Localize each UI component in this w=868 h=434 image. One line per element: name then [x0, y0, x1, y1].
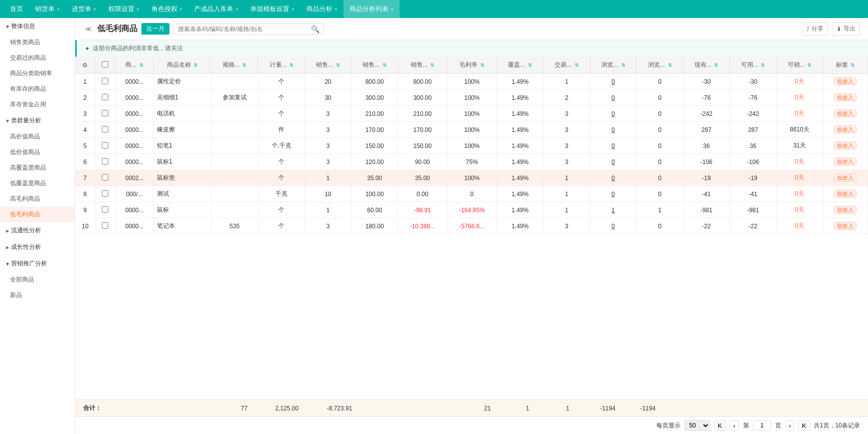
export-button[interactable]: ⬇ 导出	[832, 22, 860, 36]
cell-checkbox[interactable]	[95, 186, 115, 202]
sidebar-item-stocked-goods[interactable]: 有库存的商品	[0, 81, 75, 97]
row-checkbox[interactable]	[102, 94, 108, 100]
row-checkbox[interactable]	[102, 78, 108, 84]
sidebar-item-sales-goods[interactable]: 销售类商品	[0, 35, 75, 50]
table-row: 8 000/... 测试 千克 10 100.00 0.00 0 1.49% 1…	[75, 186, 868, 202]
row-checkbox[interactable]	[102, 174, 108, 181]
cell-views1[interactable]: 0	[590, 138, 637, 154]
nav-template-settings[interactable]: 单据模板设置 ×	[244, 0, 300, 18]
cell-views1[interactable]: 0	[590, 218, 637, 234]
sidebar-item-high-value[interactable]: 高价值商品	[0, 129, 75, 144]
sidebar-section-marketing[interactable]: ▾ 营销推广分析	[0, 255, 75, 272]
cell-views1[interactable]: 0	[590, 154, 637, 170]
col-sales-price[interactable]: 销售... ⇅	[352, 57, 398, 74]
cell-checkbox[interactable]	[95, 90, 115, 106]
sidebar-item-traded-goods[interactable]: 交易过的商品	[0, 50, 75, 66]
close-icon[interactable]: ×	[57, 7, 60, 12]
nav-purchase-order[interactable]: 进货单 ×	[66, 0, 102, 18]
close-icon[interactable]: ×	[93, 7, 96, 12]
share-button[interactable]: ⤴ 分享	[802, 22, 828, 36]
cell-views1[interactable]: 0	[590, 90, 637, 106]
cell-checkbox[interactable]	[95, 138, 115, 154]
page-header: ≪ 低毛利商品 近一月 🔍 ⤴ 分享 ⬇ 导出	[75, 18, 868, 40]
close-icon[interactable]: ×	[334, 7, 337, 12]
col-transaction[interactable]: 交易... ⇅	[544, 57, 590, 74]
col-sales-profit[interactable]: 销售... ⇅	[398, 57, 447, 74]
nav-product-analysis[interactable]: 商品分析 ×	[300, 0, 343, 18]
close-icon[interactable]: ×	[291, 7, 294, 12]
cell-checkbox[interactable]	[95, 170, 115, 186]
row-checkbox[interactable]	[102, 190, 108, 197]
per-page-select[interactable]: 50 100 200	[684, 420, 710, 431]
col-views2[interactable]: 浏览... ⇅	[636, 57, 683, 74]
page-last-button[interactable]: K	[798, 420, 810, 431]
cell-num: 5	[75, 138, 95, 154]
page-next-button[interactable]: ›	[785, 420, 794, 431]
cell-views1[interactable]: 0	[590, 186, 637, 202]
cell-views1[interactable]: 0	[590, 170, 637, 186]
cell-checkbox[interactable]	[95, 74, 115, 90]
row-checkbox[interactable]	[102, 142, 108, 149]
cell-checkbox[interactable]	[95, 154, 115, 170]
nav-product-analysis-list[interactable]: 商品分析列表 ×	[343, 0, 400, 18]
col-code[interactable]: 商... ⇅	[115, 57, 154, 74]
sidebar-item-all-goods[interactable]: 全部商品	[0, 272, 75, 287]
cell-views1[interactable]: 1	[590, 202, 637, 218]
nav-product-instock[interactable]: 产成品入库单 ×	[188, 0, 244, 18]
cell-views1[interactable]: 0	[590, 74, 637, 90]
nav-home[interactable]: 首页	[4, 0, 29, 18]
sidebar-item-high-margin[interactable]: 高毛利商品	[0, 191, 75, 207]
col-unit[interactable]: 计量... ⇅	[258, 57, 305, 74]
sidebar-section-cluster[interactable]: ▾ 类群量分析	[0, 112, 75, 129]
col-spec[interactable]: 规格... ⇅	[211, 57, 258, 74]
col-sales-qty[interactable]: 销售... ⇅	[305, 57, 352, 74]
col-coverage[interactable]: 覆盖... ⇅	[497, 57, 544, 74]
row-checkbox[interactable]	[102, 206, 108, 213]
col-gross-rate[interactable]: 毛利率 ⇅	[447, 57, 497, 74]
row-checkbox[interactable]	[102, 110, 108, 116]
nav-role-auth[interactable]: 角色授权 ×	[145, 0, 189, 18]
sidebar-item-stock-capital[interactable]: 库存资金占用	[0, 97, 75, 112]
col-views1[interactable]: 浏览... ⇅	[590, 57, 637, 74]
nav-sales-order[interactable]: 销货单 ×	[29, 0, 66, 18]
sidebar-item-low-coverage[interactable]: 低覆盖度商品	[0, 176, 75, 191]
col-current-stock[interactable]: 现有... ⇅	[683, 57, 730, 74]
col-saleable[interactable]: 可销... ⇅	[776, 57, 823, 74]
cell-views1[interactable]: 0	[590, 106, 637, 122]
sidebar-section-growth[interactable]: ▸ 成长性分析	[0, 239, 75, 255]
sidebar-item-low-value[interactable]: 低价值商品	[0, 144, 75, 160]
close-icon[interactable]: ×	[235, 7, 238, 12]
sidebar-section-overall[interactable]: ▾ 整体信息	[0, 18, 75, 35]
sidebar-item-low-margin[interactable]: 低毛利商品	[0, 207, 75, 222]
col-tag[interactable]: 标签 ⇅	[823, 57, 867, 74]
cell-views1[interactable]: 0	[590, 122, 637, 138]
sidebar-item-category-rate[interactable]: 商品分类助销率	[0, 66, 75, 81]
search-icon[interactable]: 🔍	[311, 25, 319, 33]
row-checkbox[interactable]	[102, 126, 108, 132]
close-icon[interactable]: ×	[136, 7, 139, 12]
cell-checkbox[interactable]	[95, 122, 115, 138]
search-input[interactable]	[178, 26, 311, 33]
cell-gross-rate: -164.85%	[447, 202, 497, 218]
cell-checkbox[interactable]	[95, 106, 115, 122]
col-settings[interactable]: ⚙	[75, 57, 95, 74]
col-available[interactable]: 可用... ⇅	[730, 57, 776, 74]
sidebar-collapse-icon[interactable]: ≪	[83, 24, 93, 34]
row-checkbox[interactable]	[102, 158, 108, 165]
close-icon[interactable]: ×	[391, 7, 394, 12]
sidebar-item-new-goods[interactable]: 新品	[0, 287, 75, 303]
cell-checkbox[interactable]	[95, 218, 115, 234]
close-icon[interactable]: ×	[180, 7, 183, 12]
col-checkbox[interactable]	[95, 57, 115, 74]
cell-checkbox[interactable]	[95, 202, 115, 218]
page-number-input[interactable]	[753, 420, 771, 430]
sidebar-item-high-coverage[interactable]: 高覆盖度商品	[0, 160, 75, 176]
col-name[interactable]: 商品名称 ⇅	[153, 57, 211, 74]
filter-recent-month-button[interactable]: 近一月	[141, 23, 169, 35]
select-all-checkbox[interactable]	[102, 61, 108, 68]
nav-permission[interactable]: 权限设置 ×	[102, 0, 145, 18]
page-prev-button[interactable]: ‹	[730, 420, 739, 431]
page-first-button[interactable]: K	[714, 420, 726, 431]
sidebar-section-flow[interactable]: ▸ 流通性分析	[0, 222, 75, 239]
row-checkbox[interactable]	[102, 222, 108, 229]
